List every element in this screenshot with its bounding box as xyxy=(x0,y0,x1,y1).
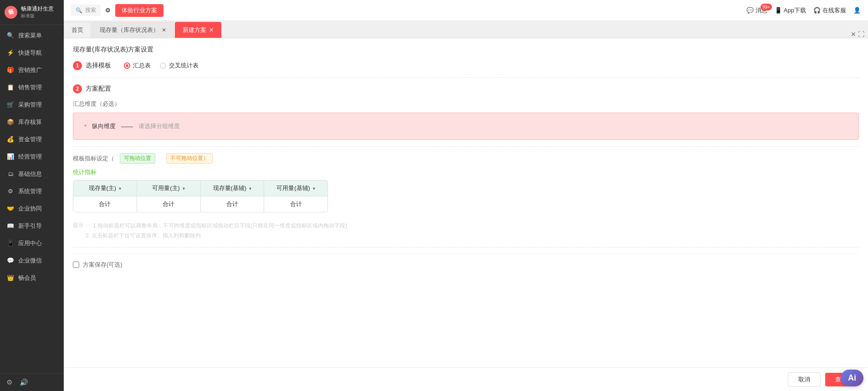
industry-btn[interactable]: 体验行业方案 xyxy=(115,4,163,17)
operations-icon: 📊 xyxy=(6,153,15,161)
window-minimize-icon[interactable]: ✕ xyxy=(851,31,856,38)
save-checkbox[interactable] xyxy=(73,262,79,268)
header-left: 🔍 搜索 ⚙ 体验行业方案 xyxy=(71,4,163,17)
sidebar-item-sales[interactable]: 📋 销售管理 xyxy=(0,79,64,96)
step2-title: 方案配置 xyxy=(86,85,111,93)
app-name: 畅康通好生意 xyxy=(21,5,54,13)
tab-new-plan-label: 新建方案 xyxy=(183,26,206,34)
dimension-sep: —— xyxy=(121,123,133,130)
marketing-icon: 🎁 xyxy=(6,66,15,74)
sidebar-item-cooperation[interactable]: 🤝 企业协同 xyxy=(0,200,64,217)
sidebar-item-inventory[interactable]: 📦 库存核算 xyxy=(0,113,64,131)
user-avatar[interactable]: 👤 xyxy=(853,7,861,14)
system-icon: ⚙ xyxy=(6,187,15,196)
sidebar-label-member: 畅会员 xyxy=(18,274,36,282)
tab-new-plan-close[interactable]: ✕ xyxy=(209,27,214,33)
search-icon: 🔍 xyxy=(76,7,82,14)
sidebar-label-marketing: 营销推广 xyxy=(18,66,42,74)
settings-bottom-icon[interactable]: ⚙ xyxy=(6,378,12,386)
audio-bottom-icon[interactable]: 🔊 xyxy=(20,378,28,386)
radio-summary-label: 汇总表 xyxy=(133,62,151,70)
footer-divider xyxy=(73,247,859,247)
sidebar-label-operations: 经营管理 xyxy=(18,153,42,161)
settings-icon[interactable]: ⚙ xyxy=(105,7,111,14)
sidebar-item-system[interactable]: ⚙ 系统管理 xyxy=(0,183,64,200)
search-placeholder: 搜索 xyxy=(85,6,96,14)
sidebar-label-guide: 新手引导 xyxy=(18,222,42,230)
sidebar-item-purchase[interactable]: 🛒 采购管理 xyxy=(0,96,64,113)
movable-badge: 可拖动位置 xyxy=(120,153,155,164)
tab-home-label: 首页 xyxy=(71,26,83,34)
sidebar-item-search-menu[interactable]: 🔍 搜索菜单 xyxy=(0,27,64,44)
col4-chevron-icon[interactable]: ▾ xyxy=(313,186,315,191)
tip-2-text: 2. 点击标题栏下拉可设置排序、插入列和删除列 xyxy=(86,232,201,240)
col2-chevron-icon[interactable]: ▾ xyxy=(183,186,185,191)
tab-new-plan[interactable]: 新建方案 ✕ xyxy=(175,22,221,38)
radio-cross[interactable]: 交叉统计表 xyxy=(160,62,199,70)
app-version: 标准版 xyxy=(21,13,54,19)
tab-inventory-status[interactable]: 现存量（库存状况表） ✕ xyxy=(92,22,174,38)
avatar-icon: 👤 xyxy=(853,7,861,14)
main-area: 🔍 搜索 ⚙ 体验行业方案 💬 消息 99+ 📱 App下载 🎧 在线客服 👤 xyxy=(64,0,868,391)
online-service-item[interactable]: 🎧 在线客服 xyxy=(813,6,846,15)
cell-1-4: 合计 xyxy=(264,196,327,212)
ai-badge[interactable]: Ai xyxy=(841,370,863,386)
quick-nav-icon: ⚡ xyxy=(6,49,15,57)
cell-1-3: 合计 xyxy=(201,196,265,212)
tabs-bar: 首页 现存量（库存状况表） ✕ 新建方案 ✕ ✕ ⛶ xyxy=(64,21,868,38)
sidebar-item-operations[interactable]: 📊 经营管理 xyxy=(0,148,64,165)
inventory-icon: 📦 xyxy=(6,118,15,126)
sidebar-item-member[interactable]: 👑 畅会员 xyxy=(0,269,64,287)
sidebar-nav: 🔍 搜索菜单 ⚡ 快捷导航 🎁 营销推广 📋 销售管理 🛒 采购管理 📦 库存核… xyxy=(0,25,64,373)
col-header-4[interactable]: 可用量(基辅) ▾ xyxy=(264,180,327,196)
dimension-placeholder[interactable]: 请选择分组维度 xyxy=(138,122,180,130)
step2-num: 2 xyxy=(73,84,82,93)
header-right: 💬 消息 99+ 📱 App下载 🎧 在线客服 👤 xyxy=(746,6,861,15)
sidebar-item-guide[interactable]: 📖 新手引导 xyxy=(0,217,64,235)
purchase-icon: 🛒 xyxy=(6,101,15,109)
step2-section: 2 方案配置 汇总维度（必选） * 纵向维度 —— 请选择分组维度 模板指标设定… xyxy=(73,84,859,240)
step1-header: 1 选择模板 汇总表 交叉统计表 xyxy=(73,61,859,70)
sidebar-item-basic-info[interactable]: 🗂 基础信息 xyxy=(0,165,64,183)
required-label: 汇总维度（必选） xyxy=(73,100,859,108)
tip-2: 2. 点击标题栏下拉可设置排序、插入列和删除列 xyxy=(73,232,859,240)
col1-chevron-icon[interactable]: ▾ xyxy=(119,186,121,191)
tab-home[interactable]: 首页 xyxy=(64,22,91,38)
message-icon: 💬 xyxy=(746,7,754,14)
cancel-button[interactable]: 取消 xyxy=(788,372,821,387)
step1-divider xyxy=(73,77,859,78)
radio-summary[interactable]: 汇总表 xyxy=(124,62,151,70)
app-download-item[interactable]: 📱 App下载 xyxy=(775,6,806,15)
message-item[interactable]: 💬 消息 99+ xyxy=(746,6,767,15)
service-icon: 🎧 xyxy=(813,7,821,14)
sidebar-label-quick-nav: 快捷导航 xyxy=(18,49,42,57)
radio-cross-label: 交叉统计表 xyxy=(169,62,199,70)
step2-divider xyxy=(73,146,859,147)
message-badge: 99+ xyxy=(761,4,772,10)
sidebar-item-quick-nav[interactable]: ⚡ 快捷导航 xyxy=(0,44,64,62)
stats-label: 统计指标 xyxy=(73,168,859,176)
sidebar-item-finance[interactable]: 💰 资金管理 xyxy=(0,131,64,148)
col-header-2[interactable]: 可用量(主) ▾ xyxy=(137,180,201,196)
top-header: 🔍 搜索 ⚙ 体验行业方案 💬 消息 99+ 📱 App下载 🎧 在线客服 👤 xyxy=(64,0,868,21)
stats-table-row: 合计 合计 合计 合计 xyxy=(73,196,327,212)
tab-inventory-label: 现存量（库存状况表） xyxy=(100,26,159,34)
cell-1-1: 合计 xyxy=(73,196,137,212)
tip-prefix: 提示： xyxy=(73,221,89,229)
sidebar-bottom: ⚙ 🔊 xyxy=(0,373,64,391)
sidebar-item-app-center[interactable]: 📱 应用中心 xyxy=(0,235,64,252)
header-search[interactable]: 🔍 搜索 xyxy=(71,5,101,16)
col-header-1[interactable]: 现存量(主) ▾ xyxy=(73,180,137,196)
window-expand-icon[interactable]: ⛶ xyxy=(858,31,864,38)
col3-chevron-icon[interactable]: ▾ xyxy=(249,186,251,191)
col-label-2: 可用量(主) xyxy=(152,184,180,192)
col-header-3[interactable]: 现存量(基辅) ▾ xyxy=(201,180,265,196)
tab-inventory-close[interactable]: ✕ xyxy=(162,27,166,33)
panel-title: 现存量(库存状况表)方案设置 xyxy=(73,46,859,54)
step1-num: 1 xyxy=(73,61,82,70)
sidebar-item-marketing[interactable]: 🎁 营销推广 xyxy=(0,62,64,79)
member-icon: 👑 xyxy=(6,274,15,282)
sidebar-item-wechat[interactable]: 💬 企业微信 xyxy=(0,252,64,269)
sidebar-label-basic-info: 基础信息 xyxy=(18,170,42,178)
col-label-4: 可用量(基辅) xyxy=(276,184,310,192)
